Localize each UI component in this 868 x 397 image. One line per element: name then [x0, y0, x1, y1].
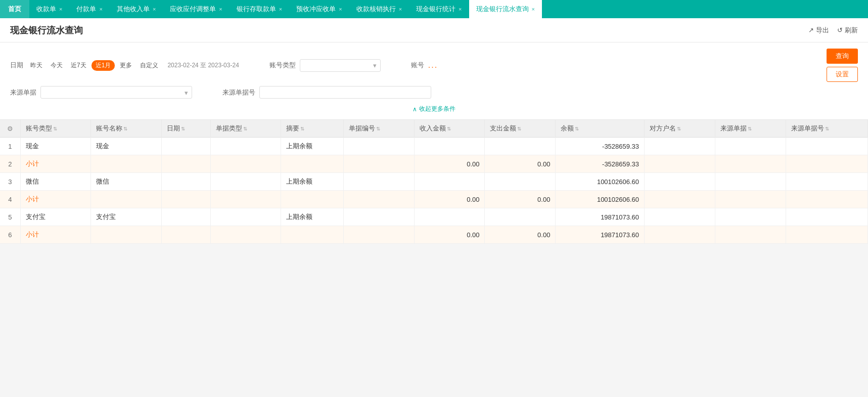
cell-balance: 19871073.60 [556, 226, 645, 244]
tab-label: 收款单 [36, 5, 56, 14]
col-header-gear[interactable]: ⚙ [0, 120, 20, 138]
page-title: 现金银行流水查询 [10, 24, 83, 36]
nav-tab-现金银行统计[interactable]: 现金银行统计× [409, 0, 469, 18]
sort-icon[interactable]: ⇅ [447, 126, 451, 131]
cell-account_type: 微信 [20, 173, 91, 191]
cell-num: 3 [0, 173, 20, 191]
data-table-container: ⚙账号类型⇅账号名称⇅日期⇅单据类型⇅摘要⇅单据编号⇅收入金额⇅支出金额⇅余额⇅… [0, 120, 868, 244]
sort-icon[interactable]: ⇅ [575, 126, 579, 131]
account-type-select[interactable] [300, 59, 381, 72]
col-label: 账号名称 [96, 124, 122, 132]
export-icon: ↗ [808, 26, 814, 34]
sort-icon[interactable]: ⇅ [300, 126, 304, 131]
col-header-counterpart: 对方户名⇅ [645, 120, 715, 138]
subtotal-label: 小计 [26, 231, 39, 238]
sort-icon[interactable]: ⇅ [376, 126, 380, 131]
cell-date [162, 226, 210, 244]
account-filter-group: 账号 ... [411, 61, 438, 70]
close-tab-icon[interactable]: × [339, 6, 342, 12]
col-header-account_name: 账号名称⇅ [91, 120, 162, 138]
header-actions: ↗ 导出 ↺ 刷新 [808, 26, 858, 35]
cell-income: 0.00 [414, 226, 485, 244]
refresh-button[interactable]: ↺ 刷新 [837, 26, 858, 35]
account-label: 账号 [411, 61, 424, 70]
source-doc-no-input[interactable] [259, 86, 431, 99]
cell-doc_no [343, 138, 414, 155]
close-tab-icon[interactable]: × [532, 6, 535, 12]
cell-source_doc_no [786, 208, 867, 226]
col-header-expense: 支出金额⇅ [485, 120, 556, 138]
date-shortcut-今天[interactable]: 今天 [48, 60, 66, 71]
col-label: 来源单据 [720, 124, 747, 132]
sort-icon[interactable]: ⇅ [517, 126, 521, 131]
nav-tab-收款核销执行[interactable]: 收款核销执行× [349, 0, 409, 18]
close-tab-icon[interactable]: × [459, 6, 462, 12]
source-doc-select[interactable] [40, 86, 192, 99]
date-shortcut-自定义[interactable]: 自定义 [137, 60, 161, 71]
cell-counterpart [645, 208, 715, 226]
settings-button[interactable]: 设置 [827, 67, 858, 82]
source-doc-no-label: 来源单据号 [222, 88, 255, 97]
cell-income: 0.00 [414, 155, 485, 173]
close-tab-icon[interactable]: × [59, 6, 62, 12]
nav-home[interactable]: 首页 [0, 0, 29, 18]
sort-icon[interactable]: ⇅ [123, 126, 127, 131]
cell-source_doc [715, 155, 786, 173]
date-shortcut-更多[interactable]: 更多 [117, 60, 135, 71]
cell-expense: 0.00 [485, 191, 556, 208]
sort-icon[interactable]: ⇅ [53, 126, 57, 131]
table-row: 3微信微信上期余额100102606.60 [0, 173, 868, 191]
cell-doc_no [343, 226, 414, 244]
sort-icon[interactable]: ⇅ [748, 126, 752, 131]
cell-expense [485, 173, 556, 191]
col-label: 日期 [167, 124, 180, 132]
table-body: 1现金现金上期余额-3528659.332小计0.000.00-3528659.… [0, 138, 868, 244]
date-shortcut-近7天[interactable]: 近7天 [68, 60, 89, 71]
cell-balance: 100102606.60 [556, 173, 645, 191]
sort-icon[interactable]: ⇅ [825, 126, 829, 131]
date-shortcut-近1月[interactable]: 近1月 [92, 60, 115, 71]
cell-account_name: 支付宝 [91, 208, 162, 226]
account-dots-button[interactable]: ... [428, 61, 438, 70]
nav-tab-收款单[interactable]: 收款单× [29, 0, 69, 18]
cell-source_doc_no [786, 138, 867, 155]
table-row: 4小计0.000.00100102606.60 [0, 191, 868, 208]
close-tab-icon[interactable]: × [99, 6, 102, 12]
cell-expense [485, 208, 556, 226]
action-buttons: 查询 设置 [827, 49, 858, 82]
sort-icon[interactable]: ⇅ [677, 126, 681, 131]
cell-counterpart [645, 138, 715, 155]
close-tab-icon[interactable]: × [153, 6, 156, 12]
cell-num: 1 [0, 138, 20, 155]
cell-income [414, 208, 485, 226]
close-tab-icon[interactable]: × [279, 6, 282, 12]
close-tab-icon[interactable]: × [399, 6, 402, 12]
nav-tab-银行存取款单[interactable]: 银行存取款单× [230, 0, 289, 18]
cell-account_name [91, 226, 162, 244]
nav-tab-付款单[interactable]: 付款单× [69, 0, 109, 18]
date-shortcut-昨天[interactable]: 昨天 [27, 60, 45, 71]
col-header-date: 日期⇅ [162, 120, 210, 138]
nav-tab-其他收入单[interactable]: 其他收入单× [110, 0, 163, 18]
gear-icon[interactable]: ⚙ [7, 125, 13, 133]
cell-doc_type [210, 138, 281, 155]
cell-counterpart [645, 226, 715, 244]
query-button[interactable]: 查询 [827, 49, 858, 64]
subtotal-label: 小计 [26, 195, 39, 203]
close-tab-icon[interactable]: × [219, 6, 222, 12]
filter-row-1: 日期 昨天今天近7天近1月更多自定义 2023-02-24 至 2023-03-… [10, 49, 858, 82]
collapse-more-button[interactable]: ∧ 收起更多条件 [10, 103, 858, 115]
sort-icon[interactable]: ⇅ [181, 126, 185, 131]
col-header-account_type: 账号类型⇅ [20, 120, 91, 138]
sort-icon[interactable]: ⇅ [243, 126, 247, 131]
cell-doc_type [210, 155, 281, 173]
cell-date [162, 155, 210, 173]
nav-tab-预收冲应收单[interactable]: 预收冲应收单× [289, 0, 349, 18]
nav-tab-现金银行流水查询[interactable]: 现金银行流水查询× [469, 0, 542, 18]
nav-tab-应收应付调整单[interactable]: 应收应付调整单× [163, 0, 229, 18]
col-header-source_doc_no: 来源单据号⇅ [786, 120, 867, 138]
export-button[interactable]: ↗ 导出 [808, 26, 829, 35]
cell-summary [281, 155, 343, 173]
cell-doc_no [343, 173, 414, 191]
col-label: 单据类型 [216, 124, 242, 132]
